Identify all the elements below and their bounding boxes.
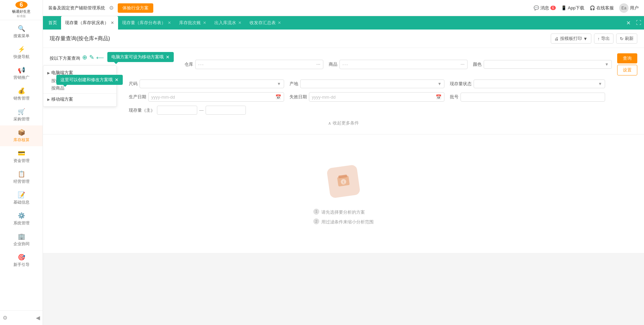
sidebar-item-operation[interactable]: 📋 经营管理 (0, 167, 43, 188)
collapse-btn[interactable]: ∧ 收起更多条件 (50, 117, 637, 129)
stock-qty-max[interactable] (206, 106, 246, 115)
sidebar-item-sales[interactable]: 💰 销售管理 (0, 84, 43, 105)
sidebar-item-finance[interactable]: 💳 资金管理 (0, 146, 43, 167)
export-btn[interactable]: ↑ 导出 (594, 34, 614, 44)
empty-tip-2: 2 用过滤条件来缩小分析范围 (313, 218, 374, 226)
purchase-icon: 🛒 (18, 108, 25, 115)
produce-date-input[interactable]: yyyy-mm-dd 📅 (148, 92, 284, 102)
tab-home[interactable]: 首页 (44, 16, 61, 30)
collapse-sidebar-icon[interactable]: ◀ (36, 315, 40, 321)
app-download-label: App下载 (568, 5, 584, 11)
sidebar-item-purchase[interactable]: 🛒 采购管理 (0, 105, 43, 125)
close-all-tabs-icon[interactable]: ✕ (625, 18, 632, 28)
tab-inout-flow[interactable]: 出入库流水 ✕ (210, 16, 246, 30)
scheme-mobile-group: ▶ 移动端方案 (43, 95, 116, 104)
headset-icon: 🎧 (590, 5, 595, 10)
settings-icon[interactable]: ⚙ (3, 315, 7, 321)
expire-date-input[interactable]: yyyy-mm-dd 📅 (309, 92, 445, 102)
marketing-icon: 📢 (18, 66, 25, 74)
fullscreen-icon[interactable]: ⛶ (635, 18, 643, 27)
tab-close-icon[interactable]: ✕ (278, 20, 281, 25)
tab-batch-ledger[interactable]: 库存批次账 ✕ (175, 16, 210, 30)
origin-select[interactable]: ▼ (300, 79, 445, 88)
phone-icon: 📱 (561, 5, 567, 10)
tooltip-edit-close[interactable]: ✕ (115, 77, 119, 83)
tab-close-icon[interactable]: ✕ (168, 20, 171, 25)
search-icon: 🔍 (18, 25, 25, 32)
goods-label: 商品 (329, 61, 337, 67)
sidebar-item-label: 资金管理 (13, 158, 30, 164)
edit-scheme-icon[interactable]: ✎ (89, 54, 94, 61)
page-actions: 🖨 按模板打印 ▼ ↑ 导出 ↻ 刷新 (551, 34, 637, 44)
sidebar-item-quick[interactable]: ⚡ 快捷导航 (0, 42, 43, 63)
batch-label: 批号 (450, 94, 459, 100)
expire-date-label: 失效日期 (289, 94, 307, 100)
sidebar-item-system[interactable]: ⚙️ 系统管理 (0, 209, 43, 229)
tab-label: 出入库流水 (214, 20, 236, 26)
bell-icon: 💬 (534, 5, 539, 10)
refresh-btn[interactable]: ↻ 刷新 (616, 34, 637, 44)
template-print-btn[interactable]: 🖨 按模板打印 ▼ (551, 34, 591, 44)
system-icon: ⚙️ (18, 212, 25, 219)
user-item[interactable]: Ea 用户 (619, 3, 639, 13)
tab-close-icon[interactable]: ✕ (203, 20, 206, 25)
reset-btn[interactable]: 设置 (617, 65, 637, 75)
empty-tip-1: 1 请先选择要分析的方案 (313, 208, 374, 216)
empty-illustration: :( (334, 172, 353, 191)
sidebar-item-guide[interactable]: 🎯 新手引导 (0, 250, 43, 271)
sidebar-item-marketing[interactable]: 📢 营销推广 (0, 63, 43, 84)
search-btn[interactable]: 查询 (617, 53, 637, 63)
logo-icon: 6 (15, 1, 28, 8)
arrow-back-icon[interactable]: ⟵ (96, 54, 104, 61)
color-select[interactable]: ▼ (484, 60, 612, 69)
quick-icon: ⚡ (18, 46, 25, 53)
sidebar-nav: 🔍 搜索菜单 ⚡ 快捷导航 📢 营销推广 💰 销售管理 🛒 采购管理 📦 库存核… (0, 20, 43, 310)
tip-num-2: 2 (313, 218, 319, 224)
system-name: 装备及固定资产辅助管理系统 (48, 5, 105, 11)
sidebar-item-label: 快捷导航 (13, 54, 30, 60)
tab-collect-summary[interactable]: 收发存汇总表 ✕ (246, 16, 285, 30)
stock-qty-field: 现存量（主） — (129, 106, 246, 115)
header: 装备及固定资产辅助管理系统 ⚙ 体验行业方案 💬 消息 6 📱 App下载 🎧 … (43, 0, 644, 16)
refresh-label: 刷新 (625, 36, 634, 42)
stock-qty-label: 现存量（主） (129, 107, 155, 113)
add-scheme-icon[interactable]: ⊕ (82, 54, 87, 61)
size-select[interactable]: ▼ (140, 79, 284, 88)
app-download-item[interactable]: 📱 App下载 (561, 5, 584, 11)
tab-inventory-status[interactable]: 现存量（库存状况表） ✕ (61, 16, 118, 30)
stock-status-select[interactable]: ▼ (474, 79, 605, 88)
export-label: 导出 (601, 36, 610, 42)
tab-label: 收发存汇总表 (250, 20, 276, 26)
goods-select[interactable]: ··· ⋯ (339, 60, 468, 69)
sidebar-item-enterprise[interactable]: 🏢 企业协同 (0, 229, 43, 250)
notifications-item[interactable]: 💬 消息 6 (534, 5, 556, 11)
operation-icon: 📋 (18, 170, 25, 178)
sidebar-item-label: 企业协同 (13, 241, 30, 247)
batch-input[interactable] (461, 93, 605, 102)
enterprise-icon: 🏢 (18, 233, 25, 240)
sidebar-item-search[interactable]: 🔍 搜索菜单 (0, 21, 43, 42)
experience-btn[interactable]: 体验行业方案 (118, 3, 153, 13)
collapse-label: 收起更多条件 (333, 120, 359, 126)
origin-field: 产地 ▼ (289, 79, 445, 88)
online-support-item[interactable]: 🎧 在线客服 (590, 5, 614, 11)
header-gear-icon[interactable]: ⚙ (109, 5, 114, 11)
tooltip-edit-scheme: 这里可以创建和修改方案哦 ✕ (56, 75, 123, 85)
range-separator: — (199, 108, 204, 113)
tab-label: 现存量（库存状况表） (65, 20, 109, 26)
calendar2-icon: 📅 (436, 94, 441, 100)
tab-close-icon[interactable]: ✕ (238, 20, 241, 25)
tab-close-icon[interactable]: ✕ (111, 20, 114, 25)
tab-inventory-dist[interactable]: 现存量（库存分布表） ✕ (118, 16, 175, 30)
triangle-icon: ▶ (47, 71, 50, 75)
tooltip-pc-close[interactable]: ✕ (166, 54, 170, 60)
sidebar-item-inventory[interactable]: 📦 库存核算 (0, 125, 43, 146)
warehouse-select[interactable]: ··· ⋯ (195, 60, 323, 69)
stock-qty-min[interactable] (157, 106, 197, 115)
scheme-item-2[interactable]: 按商品 (43, 85, 116, 92)
stock-status-label: 现存量状态 (450, 81, 472, 87)
tip-num-1: 1 (313, 209, 319, 215)
export-icon: ↑ (598, 36, 600, 41)
sidebar-item-label: 基础信息 (13, 200, 30, 205)
sidebar-item-basic[interactable]: 📝 基础信息 (0, 188, 43, 209)
